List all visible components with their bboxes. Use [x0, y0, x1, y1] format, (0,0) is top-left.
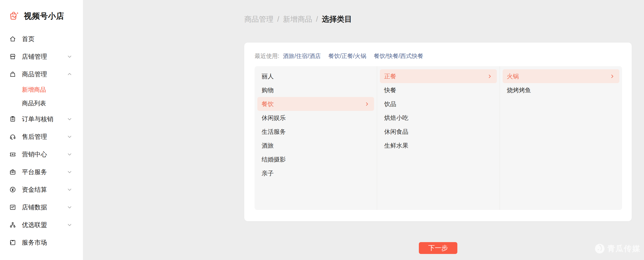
sidebar: 视频号小店 首页 店铺管理 — [0, 0, 83, 260]
sidebar-item-marketing[interactable]: 营销中心 — [0, 145, 83, 163]
sidebar-item-shop-management[interactable]: 店铺管理 — [0, 48, 83, 65]
sidebar-item-product-list[interactable]: 商品列表 — [0, 96, 83, 110]
category-option-label: 餐饮 — [262, 100, 274, 108]
puzzle-icon — [9, 239, 16, 246]
sidebar-subitem-label: 新增商品 — [22, 86, 46, 94]
chevron-right-icon — [364, 101, 370, 107]
category-column-level-3: 火锅 烧烤烤鱼 — [500, 66, 622, 210]
sidebar-item-shop-data[interactable]: 店铺数据 — [0, 198, 83, 216]
sidebar-item-label: 商品管理 — [22, 70, 47, 78]
sidebar-item-home[interactable]: 首页 — [0, 30, 83, 48]
sidebar-item-funds-settlement[interactable]: 资金结算 — [0, 181, 83, 198]
category-option-label: 快餐 — [384, 86, 396, 94]
breadcrumb-current-select-category: 选择类目 — [322, 14, 352, 24]
category-option[interactable]: 烘焙小吃 — [380, 111, 497, 125]
breadcrumb-separator: / — [316, 15, 318, 23]
chevron-down-icon — [67, 151, 72, 157]
category-option[interactable]: 休闲食品 — [380, 125, 497, 139]
category-column-level-1: 丽人 购物 餐饮 休闲娱乐 生活服务 酒旅 结婚摄影 亲子 — [255, 66, 377, 210]
category-column-level-2: 正餐 快餐 饮品 烘焙小吃 休闲食品 生鲜水果 — [377, 66, 500, 210]
category-option[interactable]: 生活服务 — [257, 125, 374, 139]
breadcrumb-separator: / — [277, 15, 279, 23]
sidebar-item-label: 优选联盟 — [22, 221, 47, 229]
watermark-text: 青瓜传媒 — [607, 243, 640, 254]
category-option[interactable]: 酒旅 — [257, 139, 374, 152]
category-option[interactable]: 饮品 — [380, 97, 497, 111]
watermark: 青瓜传媒 — [595, 243, 640, 254]
recent-category-link[interactable]: 餐饮/正餐/火锅 — [328, 52, 366, 60]
category-option[interactable]: 快餐 — [380, 83, 497, 97]
category-columns: 丽人 购物 餐饮 休闲娱乐 生活服务 酒旅 结婚摄影 亲子 正餐 快餐 — [255, 66, 622, 210]
sidebar-item-after-sales[interactable]: 售后管理 — [0, 128, 83, 145]
chevron-up-icon — [67, 71, 72, 77]
sidebar-item-label: 营销中心 — [22, 150, 47, 158]
category-option[interactable]: 购物 — [257, 83, 374, 97]
category-option-label: 亲子 — [262, 169, 274, 177]
sidebar-item-product-management[interactable]: 商品管理 — [0, 65, 83, 83]
sidebar-item-label: 资金结算 — [22, 185, 47, 194]
category-option-selected[interactable]: 火锅 — [503, 69, 619, 83]
category-option-selected[interactable]: 正餐 — [380, 69, 497, 83]
category-option[interactable]: 生鲜水果 — [380, 139, 497, 152]
category-option-label: 结婚摄影 — [262, 155, 286, 164]
chevron-down-icon — [67, 222, 72, 228]
sidebar-item-add-product[interactable]: 新增商品 — [0, 83, 83, 96]
category-option-label: 休闲食品 — [384, 128, 408, 136]
sidebar-subitem-label: 商品列表 — [22, 99, 46, 107]
sidebar-item-label: 售后管理 — [22, 133, 47, 141]
category-option-label: 饮品 — [384, 100, 396, 108]
chevron-right-icon — [610, 74, 615, 79]
chevron-down-icon — [67, 187, 72, 192]
category-option[interactable]: 结婚摄影 — [257, 152, 374, 166]
sidebar-item-label: 店铺数据 — [22, 203, 47, 211]
chevron-down-icon — [67, 134, 72, 140]
sidebar-menu: 首页 店铺管理 商品管理 — [0, 30, 83, 251]
recent-category-link[interactable]: 餐饮/快餐/西式快餐 — [374, 52, 423, 60]
category-option-label: 购物 — [262, 86, 274, 94]
category-option-label: 烘焙小吃 — [384, 114, 408, 122]
ticket-icon — [9, 151, 16, 158]
sidebar-item-label: 订单与核销 — [22, 115, 53, 123]
sidebar-item-platform-services[interactable]: 平台服务 — [0, 163, 83, 181]
chevron-down-icon — [67, 204, 72, 210]
category-option-label: 酒旅 — [262, 142, 274, 150]
sidebar-item-label: 首页 — [22, 35, 34, 43]
category-option-label: 丽人 — [262, 72, 274, 80]
category-option[interactable]: 烧烤烤鱼 — [503, 83, 619, 97]
home-icon — [9, 36, 16, 42]
chevron-down-icon — [67, 169, 72, 175]
recently-used-label: 最近使用: — [255, 52, 279, 60]
category-option-label: 生活服务 — [262, 128, 286, 136]
order-icon — [9, 116, 16, 122]
breadcrumb-item-product-management[interactable]: 商品管理 — [244, 14, 273, 24]
recent-category-link[interactable]: 酒旅/住宿/酒店 — [283, 52, 321, 60]
category-option-label: 烧烤烤鱼 — [507, 86, 531, 94]
sidebar-item-orders[interactable]: 订单与核销 — [0, 110, 83, 128]
sidebar-item-label: 服务市场 — [22, 238, 47, 247]
sidebar-item-label: 平台服务 — [22, 168, 47, 176]
qinggua-media-logo-icon — [595, 244, 605, 254]
chart-icon — [9, 204, 16, 211]
category-option-label: 生鲜水果 — [384, 142, 408, 150]
brand: 视频号小店 — [0, 0, 83, 22]
category-option-label: 火锅 — [507, 72, 519, 80]
category-option[interactable]: 亲子 — [257, 166, 374, 180]
recently-used-row: 最近使用: 酒旅/住宿/酒店 餐饮/正餐/火锅 餐饮/快餐/西式快餐 — [255, 52, 431, 60]
chevron-down-icon — [67, 54, 72, 59]
brand-name: 视频号小店 — [24, 11, 64, 21]
sidebar-item-service-market[interactable]: 服务市场 — [0, 234, 83, 251]
sidebar-item-label: 店铺管理 — [22, 52, 47, 61]
yuan-icon — [9, 186, 16, 193]
category-option[interactable]: 丽人 — [257, 69, 374, 83]
breadcrumb-item-add-product[interactable]: 新增商品 — [283, 14, 312, 24]
sidebar-item-preferred-alliance[interactable]: 优选联盟 — [0, 216, 83, 234]
bag-icon — [9, 71, 16, 78]
category-option-selected[interactable]: 餐饮 — [257, 97, 374, 111]
category-select-card: 最近使用: 酒旅/住宿/酒店 餐饮/正餐/火锅 餐饮/快餐/西式快餐 丽人 购物… — [244, 43, 632, 221]
alliance-icon — [9, 221, 16, 228]
headset-icon — [9, 133, 16, 140]
category-option-label: 正餐 — [384, 72, 396, 80]
next-step-button[interactable]: 下一步 — [419, 242, 457, 254]
briefcase-icon — [9, 169, 16, 175]
category-option[interactable]: 休闲娱乐 — [257, 111, 374, 125]
